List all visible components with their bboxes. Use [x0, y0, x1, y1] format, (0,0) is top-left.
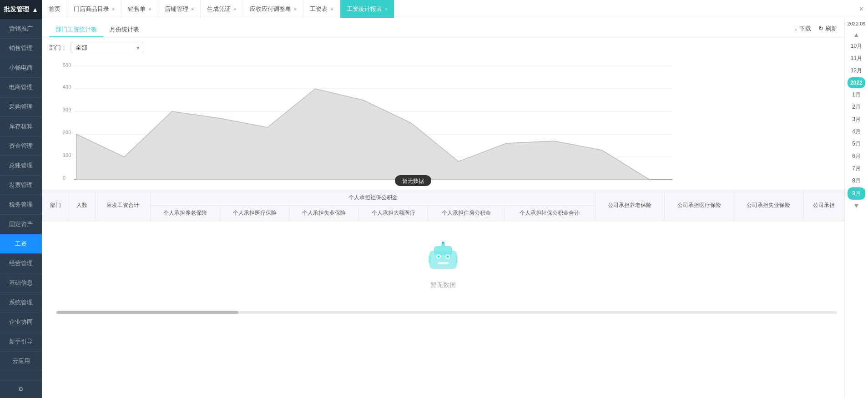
tab-sales-order[interactable]: 销售单 × — [121, 0, 158, 18]
tab-ap-adjust[interactable]: 应收应付调整单 × — [243, 0, 303, 18]
th-personal-housing: 个人承担住房公积金 — [428, 206, 505, 221]
sidebar-item-jcxx[interactable]: 基础信息 — [0, 273, 42, 293]
y-label-300: 300 — [63, 107, 71, 112]
sidebar-header[interactable]: 批发管理 ▲ — [0, 0, 42, 19]
timeline-month-2[interactable]: 2月 — [845, 101, 868, 113]
th-personal-unemploy: 个人承担失业保险 — [289, 206, 358, 221]
timeline-month-7[interactable]: 7月 — [845, 162, 868, 175]
gear-icon: ⚙ — [18, 386, 24, 393]
timeline-month-8[interactable]: 8月 — [845, 175, 868, 187]
sidebar-item-jygl[interactable]: 经营管理 — [0, 254, 42, 273]
sidebar-item-yyyy[interactable]: 云应用 — [0, 352, 42, 371]
timeline-up-btn[interactable]: ▲ — [852, 29, 862, 40]
sidebar-item-xtgl[interactable]: 系统管理 — [0, 293, 42, 312]
th-total-salary: 应发工资合计 — [96, 190, 151, 221]
th-company-medical: 公司承担医疗保险 — [665, 190, 734, 221]
th-personal-pension: 个人承担养老保险 — [151, 206, 220, 221]
sidebar-item-fpgl[interactable]: 发票管理 — [0, 176, 42, 195]
tab-bar: 首页 门店商品目录 × 销售单 × 店铺管理 × 生成凭证 × 应收应付调整单 … — [42, 0, 868, 18]
sub-tabs: 部门工资统计表 月份统计表 ↓ 下载 ↻ 刷新 — [42, 18, 844, 37]
svg-rect-12 — [438, 262, 449, 264]
tab-close-payroll-report[interactable]: × — [385, 6, 388, 12]
th-company-pension: 公司承担养老保险 — [595, 190, 664, 221]
sidebar-item-xcdz[interactable]: 小畅电商 — [0, 58, 42, 78]
dept-filter-bar: 部门： 全部 — [42, 37, 844, 58]
timeline-month-3[interactable]: 3月 — [845, 113, 868, 126]
table-section[interactable]: 部门 人数 应发工资合计 个人承担社保公积金 公司承担养老保险 公司承担医疗保险… — [42, 190, 844, 398]
refresh-icon: ↻ — [818, 25, 823, 32]
th-count: 人数 — [69, 190, 96, 221]
sidebar-item-qytx[interactable]: 企业协同 — [0, 312, 42, 332]
sidebar: 批发管理 ▲ 营销推广 销售管理 小畅电商 电商管理 采购管理 库存核算 资金管… — [0, 0, 42, 398]
th-company-other: 公司承担 — [803, 190, 844, 221]
scroll-bar-container — [42, 307, 844, 317]
h-scrollbar-thumb[interactable] — [56, 311, 238, 314]
sidebar-item-cggl[interactable]: 采购管理 — [0, 97, 42, 117]
empty-robot-icon — [425, 239, 461, 276]
subtab-month-stats[interactable]: 月份统计表 — [103, 23, 146, 37]
y-label-400: 400 — [63, 84, 71, 90]
sidebar-item-dsgl[interactable]: 电商管理 — [0, 78, 42, 97]
dept-select[interactable]: 全部 — [71, 42, 143, 53]
sidebar-item-gz[interactable]: 工资 — [0, 234, 42, 254]
tab-gen-voucher[interactable]: 生成凭证 × — [201, 0, 243, 18]
tab-close-gen-voucher[interactable]: × — [233, 6, 236, 12]
h-scrollbar[interactable] — [56, 311, 837, 314]
timeline-down-btn[interactable]: ▼ — [852, 200, 862, 211]
svg-point-10 — [438, 256, 440, 258]
y-label-0: 0 — [63, 175, 66, 181]
tab-home[interactable]: 首页 — [42, 0, 67, 18]
tab-payroll[interactable]: 工资表 × — [303, 0, 340, 18]
th-personal-medical: 个人承担医疗保险 — [220, 206, 289, 221]
sidebar-item-xsyd[interactable]: 新手引导 — [0, 332, 42, 352]
timeline-month-4[interactable]: 4月 — [845, 126, 868, 138]
sidebar-item-swgl[interactable]: 税务管理 — [0, 195, 42, 215]
sidebar-item-gdzc[interactable]: 固定资产 — [0, 215, 42, 234]
download-icon: ↓ — [795, 25, 798, 32]
chart-tooltip-text: 暂无数据 — [402, 178, 424, 184]
tab-store-mgmt[interactable]: 店铺管理 × — [158, 0, 201, 18]
dept-label: 部门： — [49, 44, 67, 52]
tab-close-ap-adjust[interactable]: × — [294, 6, 297, 12]
th-company-unemploy: 公司承担失业保险 — [734, 190, 803, 221]
tab-close-sales-order[interactable]: × — [148, 6, 151, 12]
sidebar-item-zzgl[interactable]: 总账管理 — [0, 156, 42, 176]
th-personal-major-medical: 个人承担大额医疗 — [358, 206, 428, 221]
th-personal-group: 个人承担社保公积金 — [151, 190, 595, 206]
th-personal-total: 个人承担社保公积金合计 — [505, 206, 595, 221]
timeline-month-10[interactable]: 10月 — [845, 40, 868, 52]
subtab-dept-stats[interactable]: 部门工资统计表 — [49, 23, 103, 37]
timeline-month-12[interactable]: 12月 — [845, 65, 868, 77]
download-btn[interactable]: ↓ 下载 — [795, 25, 812, 33]
timeline-month-11[interactable]: 11月 — [845, 52, 868, 65]
chart-container: 500 400 300 200 100 0 — [42, 58, 844, 190]
sidebar-item-xsgl[interactable]: 销售管理 — [0, 39, 42, 58]
tab-close-payroll[interactable]: × — [330, 6, 333, 12]
sidebar-item-zjgl[interactable]: 资金管理 — [0, 136, 42, 156]
sidebar-title: 批发管理 — [4, 5, 29, 14]
y-label-500: 500 — [63, 62, 71, 68]
main-area: 首页 门店商品目录 × 销售单 × 店铺管理 × 生成凭证 × 应收应付调整单 … — [42, 0, 868, 398]
y-label-100: 100 — [63, 152, 71, 158]
tab-close-store-catalog[interactable]: × — [112, 6, 115, 12]
timeline-month-9[interactable]: 9月 — [848, 187, 865, 200]
timeline-year-2022[interactable]: 2022 — [848, 77, 865, 88]
svg-rect-15 — [429, 255, 431, 263]
timeline-month-1[interactable]: 1月 — [845, 89, 868, 101]
svg-point-11 — [447, 256, 449, 258]
sidebar-item-yxtg[interactable]: 营销推广 — [0, 19, 42, 39]
refresh-btn[interactable]: ↻ 刷新 — [818, 25, 837, 33]
tab-close-store-mgmt[interactable]: × — [191, 6, 194, 12]
sidebar-item-kchsf[interactable]: 库存核算 — [0, 117, 42, 136]
area-chart: 500 400 300 200 100 0 — [49, 58, 677, 190]
svg-point-14 — [442, 242, 444, 244]
data-table: 部门 人数 应发工资合计 个人承担社保公积金 公司承担养老保险 公司承担医疗保险… — [42, 190, 844, 221]
sidebar-settings-btn[interactable]: ⚙ — [0, 380, 42, 398]
y-label-200: 200 — [63, 130, 71, 135]
tab-close-all-btn[interactable]: × — [855, 5, 868, 13]
tab-payroll-report[interactable]: 工资统计报表 × — [340, 0, 394, 18]
timeline-month-6[interactable]: 6月 — [845, 150, 868, 162]
content-area: 部门工资统计表 月份统计表 ↓ 下载 ↻ 刷新 — [42, 18, 868, 398]
timeline-month-5[interactable]: 5月 — [845, 138, 868, 150]
tab-store-catalog[interactable]: 门店商品目录 × — [67, 0, 121, 18]
